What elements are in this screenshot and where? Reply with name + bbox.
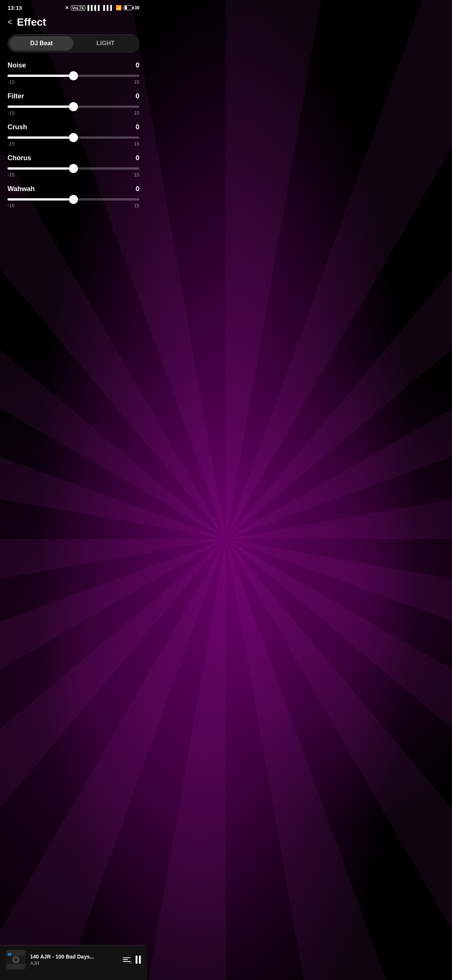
- slider-crush-min: -15: [8, 141, 15, 146]
- volte-icon: VoLTE: [71, 5, 86, 11]
- back-button[interactable]: <: [8, 18, 13, 27]
- slider-filter-label: Filter: [8, 92, 24, 100]
- slider-wahwah: Wahwah 0 -15 15: [8, 185, 140, 208]
- signal-icon1: ▌▌▌▌: [87, 5, 102, 11]
- battery-icon: [124, 5, 133, 10]
- slider-wahwah-label: Wahwah: [8, 185, 35, 193]
- slider-filter-value: 0: [136, 92, 140, 100]
- slider-wahwah-min: -15: [8, 203, 15, 208]
- header: < Effect: [0, 13, 147, 34]
- status-time: 13:13: [8, 5, 22, 11]
- slider-wahwah-value: 0: [136, 185, 140, 193]
- status-bar: 13:13 ⨯ VoLTE ▌▌▌▌ ▌▌▌ 📶 39: [0, 0, 147, 13]
- slider-noise-value: 0: [136, 61, 140, 69]
- tab-dj-beat[interactable]: DJ Beat: [10, 36, 73, 51]
- sliders-section: Noise 0 -15 15 Filter 0: [0, 61, 147, 318]
- slider-noise: Noise 0 -15 15: [8, 61, 140, 85]
- wifi-icon: 📶: [116, 5, 122, 11]
- slider-crush-value: 0: [136, 123, 140, 131]
- slider-wahwah-max: 15: [134, 203, 140, 208]
- slider-noise-max: 15: [134, 79, 140, 85]
- page-title: Effect: [17, 16, 46, 28]
- tab-selector: DJ Beat LIGHT: [8, 34, 140, 52]
- slider-chorus: Chorus 0 -15 15: [8, 154, 140, 178]
- slider-crush-max: 15: [134, 141, 140, 146]
- slider-noise-min: -15: [8, 79, 15, 85]
- slider-noise-label: Noise: [8, 61, 26, 69]
- status-icons: ⨯ VoLTE ▌▌▌▌ ▌▌▌ 📶 39: [65, 5, 140, 11]
- slider-chorus-track[interactable]: [8, 167, 140, 170]
- bluetooth-icon: ⨯: [65, 5, 69, 11]
- slider-filter-min: -15: [8, 110, 15, 116]
- slider-crush: Crush 0 -15 15: [8, 123, 140, 146]
- slider-filter-max: 15: [134, 110, 140, 116]
- signal-icon2: ▌▌▌: [103, 5, 114, 11]
- slider-chorus-value: 0: [136, 154, 140, 162]
- slider-filter-track[interactable]: [8, 105, 140, 108]
- slider-chorus-max: 15: [134, 172, 140, 178]
- slider-crush-track[interactable]: [8, 137, 140, 139]
- slider-chorus-min: -15: [8, 172, 15, 178]
- slider-noise-track[interactable]: [8, 75, 140, 77]
- slider-filter: Filter 0 -15 15: [8, 92, 140, 116]
- slider-crush-label: Crush: [8, 123, 27, 131]
- battery-percent: 39: [135, 5, 140, 11]
- slider-chorus-label: Chorus: [8, 154, 31, 162]
- slider-wahwah-track[interactable]: [8, 198, 140, 200]
- tab-light[interactable]: LIGHT: [73, 36, 138, 51]
